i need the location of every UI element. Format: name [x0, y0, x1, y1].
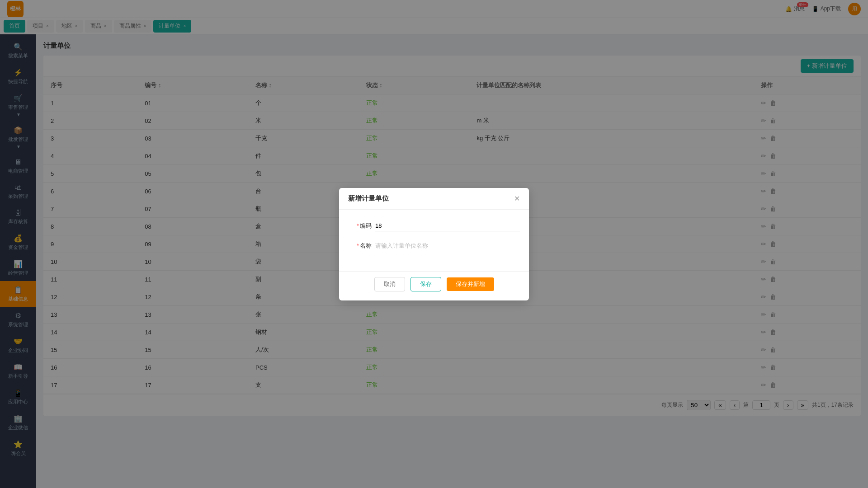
- form-row-name: 名称: [348, 240, 520, 251]
- modal-close-button[interactable]: ✕: [514, 194, 520, 203]
- save-new-button[interactable]: 保存并新增: [447, 277, 494, 291]
- modal-footer: 取消 保存 保存并新增: [339, 271, 529, 300]
- cancel-button[interactable]: 取消: [374, 277, 405, 291]
- modal-body: 编码 名称: [339, 210, 529, 271]
- modal-overlay: 新增计量单位 ✕ 编码 名称 取消 保存 保存并新增: [0, 0, 868, 488]
- name-input[interactable]: [375, 240, 520, 251]
- code-input[interactable]: [375, 221, 520, 231]
- form-row-code: 编码: [348, 221, 520, 231]
- code-label: 编码: [348, 222, 375, 230]
- modal-title: 新增计量单位: [348, 194, 389, 203]
- name-label: 名称: [348, 242, 375, 250]
- add-unit-modal: 新增计量单位 ✕ 编码 名称 取消 保存 保存并新增: [339, 188, 529, 300]
- modal-header: 新增计量单位 ✕: [339, 188, 529, 210]
- save-button[interactable]: 保存: [410, 277, 441, 291]
